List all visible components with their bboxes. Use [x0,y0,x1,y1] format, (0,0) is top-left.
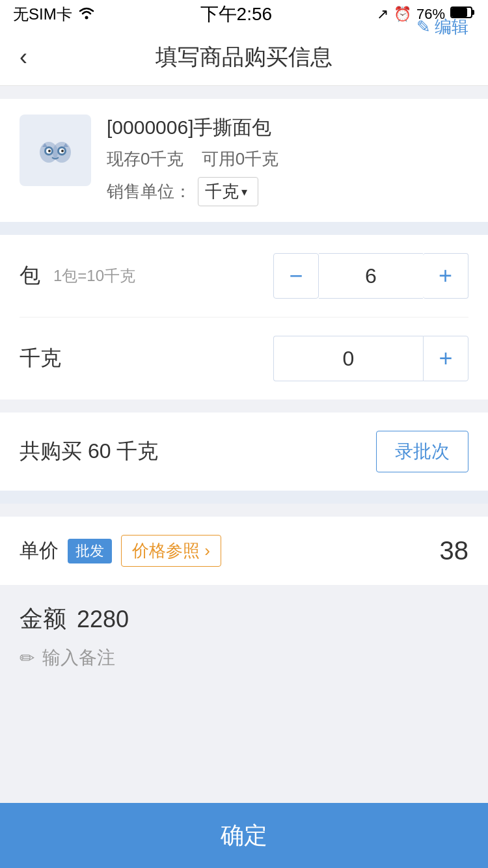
input-section: 包 1包=10千克 − + 千克 0 + [0,235,488,400]
carrier-label: 无SIM卡 [13,4,72,25]
product-name: [0000006]手撕面包 [107,115,468,141]
edit-button[interactable]: ✎ 编辑 [416,16,468,38]
amount-label: 金额 [20,603,66,635]
status-bar: 无SIM卡 下午2:56 ↗ ⏰ 76% [0,0,488,29]
svg-point-0 [85,16,88,20]
pencil-icon: ✏ [20,647,34,669]
svg-point-10 [48,150,51,152]
kg-plus-button[interactable]: + [423,336,468,381]
pack-controls: − + [273,253,468,299]
price-left: 单价 批发 价格参照 › [20,535,221,567]
edit-icon: ✎ [416,17,431,37]
price-label: 单价 [20,537,59,564]
svg-rect-2 [472,10,474,15]
page-title: 填写商品购买信息 [156,42,332,72]
status-time: 下午2:56 [200,2,273,27]
svg-point-11 [61,150,64,152]
remark-row[interactable]: ✏ 输入备注 [20,645,468,670]
amount-row: 金额 2280 [20,603,468,635]
price-value: 38 [440,536,469,565]
nav-bar: ‹ 填写商品购买信息 [0,29,488,86]
remark-placeholder: 输入备注 [42,645,115,670]
available-value: 可用0千克 [202,149,278,169]
kg-label: 千克 [20,344,61,373]
status-left: 无SIM卡 [13,4,96,25]
product-thumbnail [20,115,91,186]
pack-label: 包 1包=10千克 [20,262,135,290]
wifi-icon [77,5,96,23]
chevron-down-icon: ▾ [241,185,247,199]
section-divider-1 [0,222,488,235]
batch-button[interactable]: 录批次 [376,431,468,472]
amount-section: 金额 2280 ✏ 输入备注 [0,585,488,683]
confirm-button[interactable]: 确定 [0,803,488,868]
unit-label: 销售单位： [107,180,191,203]
price-section: 单价 批发 价格参照 › 38 [0,517,488,585]
product-info: [0000006]手撕面包 现存0千克 可用0千克 销售单位： 千克 ▾ [107,115,468,206]
kg-controls: 0 + [273,336,468,381]
amount-value: 2280 [77,606,129,633]
section-divider-2 [0,491,488,504]
pack-input[interactable] [319,253,423,299]
unit-select[interactable]: 千克 ▾ [198,177,258,206]
product-stock: 现存0千克 可用0千克 [107,148,468,170]
kg-row: 千克 0 + [20,318,468,400]
back-button[interactable]: ‹ [20,44,27,71]
product-unit-row: 销售单位： 千克 ▾ [107,177,468,206]
pack-hint: 1包=10千克 [53,265,135,286]
kg-value-display: 0 [273,336,423,381]
pack-minus-button[interactable]: − [273,253,319,299]
summary-section: 共购买 60 千克 录批次 [0,413,488,491]
alarm-icon: ⏰ [394,6,411,23]
summary-text: 共购买 60 千克 [20,437,158,466]
location-icon: ↗ [377,6,388,23]
stock-value: 现存0千克 [107,149,183,169]
pack-row: 包 1包=10千克 − + [20,235,468,318]
price-tag: 批发 [68,539,112,563]
price-ref-button[interactable]: 价格参照 › [121,535,221,567]
pack-plus-button[interactable]: + [423,253,468,299]
product-card: [0000006]手撕面包 现存0千克 可用0千克 销售单位： 千克 ▾ ✎ 编… [0,99,488,222]
